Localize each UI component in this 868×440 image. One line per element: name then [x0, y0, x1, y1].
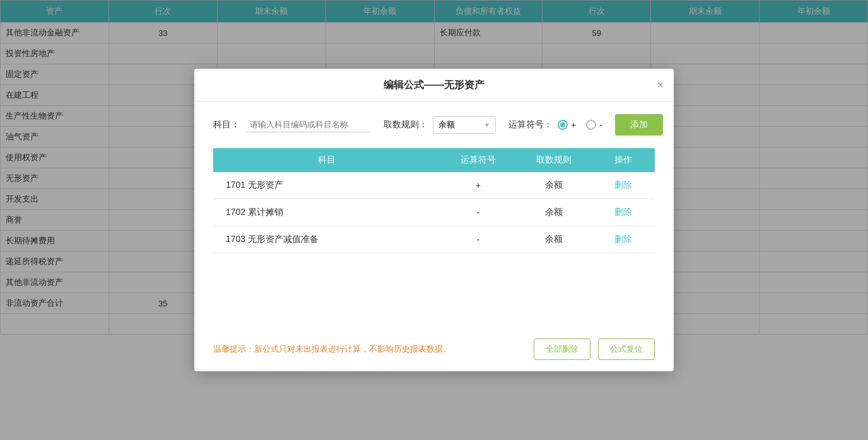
table-header-operator: 运算符号 — [440, 148, 516, 172]
subject-group: 科目： — [213, 117, 371, 132]
modal-footer: 温馨提示：新公式只对未出报表进行计算，不影响历史报表数据。 全部删除 公式复位 — [194, 331, 674, 371]
modal-close-button[interactable]: × — [657, 79, 664, 91]
formula-rule: 余额 — [516, 199, 592, 226]
radio-minus[interactable]: - — [586, 120, 602, 130]
formula-subject: 1701 无形资产 — [213, 172, 440, 199]
formula-subject: 1703 无形资产减值准备 — [213, 226, 440, 253]
formula-table: 科目 运算符号 取数规则 操作 1701 无形资产+余额删除1702 累计摊销-… — [213, 148, 655, 253]
formula-action: 删除 — [592, 199, 655, 226]
radio-plus-label: + — [571, 120, 576, 130]
table-header-rule: 取数规则 — [516, 148, 592, 172]
subject-input[interactable] — [245, 117, 371, 132]
footer-tip: 温馨提示：新公式只对未出报表进行计算，不影响历史报表数据。 — [213, 344, 451, 355]
formula-rule: 余额 — [516, 226, 592, 253]
modal-header: 编辑公式——无形资产 × — [194, 69, 674, 101]
formula-subject: 1702 累计摊销 — [213, 199, 440, 226]
reset-button[interactable]: 公式复位 — [598, 339, 655, 360]
table-header-subject: 科目 — [213, 148, 440, 172]
form-row: 科目： 取数规则： 余额 ▼ 运算符号： — [213, 114, 655, 136]
formula-action: 删除 — [592, 226, 655, 253]
delete-all-button[interactable]: 全部删除 — [534, 339, 590, 360]
operator-group: 运算符号： + - — [508, 119, 602, 130]
formula-operator: - — [440, 226, 516, 253]
formula-rule: 余额 — [516, 172, 592, 199]
delete-link[interactable]: 删除 — [614, 180, 632, 190]
footer-buttons: 全部删除 公式复位 — [534, 339, 655, 360]
rule-label: 取数规则： — [384, 119, 428, 130]
rule-select-arrow: ▼ — [484, 122, 490, 129]
rule-group: 取数规则： 余额 ▼ — [384, 116, 496, 134]
formula-operator: - — [440, 199, 516, 226]
delete-link[interactable]: 删除 — [614, 234, 632, 244]
formula-operator: + — [440, 172, 516, 199]
subject-label: 科目： — [213, 119, 240, 130]
rule-select[interactable]: 余额 ▼ — [433, 116, 496, 134]
delete-link[interactable]: 删除 — [614, 207, 632, 217]
table-header-action: 操作 — [592, 148, 655, 172]
radio-plus-circle — [558, 120, 568, 130]
radio-minus-label: - — [599, 120, 602, 130]
rule-select-value: 余额 — [438, 119, 455, 130]
modal-dialog: 编辑公式——无形资产 × 科目： 取数规则： 余额 ▼ — [194, 69, 674, 371]
modal-body: 科目： 取数规则： 余额 ▼ 运算符号： — [194, 101, 674, 331]
list-item: 1703 无形资产减值准备-余额删除 — [213, 226, 655, 253]
add-button[interactable]: 添加 — [615, 114, 663, 136]
operator-label: 运算符号： — [508, 119, 553, 130]
formula-action: 删除 — [592, 172, 655, 199]
modal-overlay: 编辑公式——无形资产 × 科目： 取数规则： 余额 ▼ — [0, 0, 868, 440]
radio-minus-circle — [586, 120, 596, 130]
modal-title: 编辑公式——无形资产 — [384, 79, 484, 92]
radio-group: + - — [558, 120, 602, 130]
radio-plus[interactable]: + — [558, 120, 576, 130]
list-item: 1702 累计摊销-余额删除 — [213, 199, 655, 226]
list-item: 1701 无形资产+余额删除 — [213, 172, 655, 199]
